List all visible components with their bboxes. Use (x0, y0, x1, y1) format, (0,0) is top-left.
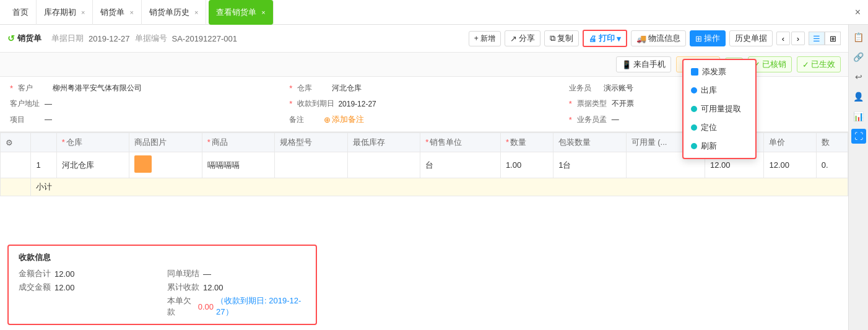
ticket-label: 票据类型 (577, 98, 608, 109)
sidebar-expand-icon[interactable]: ⛶ (851, 129, 866, 144)
address-field: 客户地址 — (10, 98, 279, 109)
no-label: 单据编号 (135, 33, 167, 44)
payment-due-value: 2019-12-27 (338, 100, 376, 108)
sidebar-return-icon[interactable]: ↩ (851, 69, 866, 84)
customer-required: * (10, 84, 13, 93)
payment-due-required: * (289, 99, 292, 108)
col-product: *商品 (202, 133, 275, 152)
share-icon: ↗ (510, 34, 517, 43)
tab-history-close[interactable]: × (194, 9, 198, 16)
add-invoice-icon (691, 68, 698, 76)
warehouse-label: 仓库 (297, 83, 328, 93)
tab-history-label: 销货单历史 (149, 7, 189, 18)
row-amount: 0. (816, 152, 848, 178)
doc-icon: ↺ (7, 33, 15, 43)
nav-arrows: ‹ › (776, 32, 805, 45)
add-invoice-label: 添发票 (702, 66, 726, 77)
transaction-value: 12.00 (54, 283, 75, 292)
tab-view-sales-label: 查看销货单 (216, 7, 256, 18)
customer-field: * 客户 柳州粤港平安气体有限公司 (10, 83, 279, 93)
col-pack-qty: 包装数量 (553, 133, 627, 152)
phone-icon: 📱 (622, 60, 631, 69)
add-note-icon: ⊕ (324, 115, 331, 124)
add-note-button[interactable]: ⊕ 添加备注 (324, 114, 364, 125)
row-qty: 1.00 (500, 152, 553, 178)
total-value: 12.00 (54, 269, 75, 279)
tab-sales[interactable]: 销货单 × (93, 0, 141, 25)
payment-info-grid: 金额合计 12.00 同单现结 — 成交金额 12.00 累计收款 12.00 (19, 268, 306, 318)
due-payment-value: 0.00 (198, 302, 214, 311)
total-amount-item: 金额合计 12.00 (19, 268, 157, 279)
due-payment-item: 本单欠款 0.00 （收款到期日: 2019-12-27） (167, 295, 306, 318)
col-unit: *销售单位 (420, 133, 501, 152)
copy-label: 复制 (557, 33, 573, 44)
tab-home[interactable]: 首页 (5, 0, 37, 25)
tab-inventory[interactable]: 库存期初 × (37, 0, 93, 25)
staff2-value: — (612, 115, 619, 124)
ship-out-item[interactable]: 出库 (684, 81, 755, 100)
from-phone-btn[interactable]: 📱 来自手机 (616, 56, 671, 72)
due-payment-label: 本单欠款 (167, 295, 196, 318)
print-button[interactable]: 🖨 打印 ▾ (583, 30, 627, 47)
tab-home-label: 首页 (12, 7, 28, 18)
project-field: 项目 — (10, 115, 279, 125)
address-label: 客户地址 (10, 98, 41, 109)
refresh-item[interactable]: 刷新 (684, 137, 755, 155)
prev-arrow[interactable]: ‹ (776, 32, 790, 45)
col-settings[interactable]: ⚙ (1, 133, 31, 152)
ship-out-label: 出库 (701, 85, 717, 96)
warehouse-field: * 仓库 河北仓库 (289, 83, 558, 93)
operate-icon: ⊞ (695, 34, 702, 43)
tab-view-sales[interactable]: 查看销货单 × (209, 0, 273, 25)
tab-sales-close[interactable]: × (129, 9, 133, 16)
col-min-stock: 最低库存 (347, 133, 420, 152)
share-label: 分享 (519, 33, 535, 44)
add-invoice-item[interactable]: 添发票 (684, 63, 755, 81)
staff-value: 演示账号 (604, 83, 633, 93)
col-unit-price: 单价 (764, 133, 816, 152)
next-arrow[interactable]: › (791, 32, 805, 45)
sidebar-user-icon[interactable]: 👤 (851, 89, 866, 104)
ship-out-icon (691, 87, 697, 93)
logistics-label: 物流信息 (648, 33, 680, 44)
tab-inventory-close[interactable]: × (81, 9, 85, 16)
sidebar-doc-icon[interactable]: 📋 (851, 30, 866, 45)
row-unit-price: 12.00 (764, 152, 816, 178)
refresh-icon (691, 143, 697, 149)
tab-bar: 首页 库存期初 × 销货单 × 销货单历史 × 查看销货单 × × (0, 0, 868, 25)
cumulative-item: 累计收款 12.00 (167, 282, 306, 293)
tab-history[interactable]: 销货单历史 × (142, 0, 206, 25)
doc-title: ↺ 销货单 (7, 33, 41, 44)
due-date-note: （收款到期日: 2019-12-27） (216, 295, 306, 318)
sidebar-chart-icon[interactable]: 📊 (851, 109, 866, 124)
new-button[interactable]: + 新增 (469, 31, 501, 46)
logistics-button[interactable]: 🚚 物流信息 (631, 30, 686, 46)
row-min-stock (347, 152, 420, 178)
sidebar-link-icon[interactable]: 🔗 (851, 50, 866, 64)
grid-view-btn[interactable]: ⊞ (825, 32, 841, 45)
tab-view-sales-close[interactable]: × (261, 9, 265, 16)
avail-extract-item[interactable]: 可用量提取 (684, 100, 755, 118)
settings-icon: ⚙ (6, 138, 13, 147)
subtotal-row: 小计 (1, 178, 848, 196)
history-button[interactable]: 历史单据 (729, 30, 773, 46)
tab-inventory-label: 库存期初 (44, 7, 76, 18)
locate-label: 定位 (701, 122, 717, 133)
share-button[interactable]: ↗ 分享 (505, 30, 540, 46)
operate-dropdown: 添发票 出库 可用量提取 定位 刷新 (682, 59, 757, 159)
effective-btn[interactable]: ✓ 已生效 (797, 56, 841, 72)
doc-meta: 单据日期 2019-12-27 单据编号 SA-20191227-001 (51, 33, 237, 44)
refresh-label: 刷新 (701, 141, 717, 152)
customer-value: 柳州粤港平安气体有限公司 (53, 83, 142, 93)
list-view-btn[interactable]: ☰ (809, 32, 825, 45)
doc-actions: + 新增 ↗ 分享 ⧉ 复制 🖨 打印 ▾ 🚚 (469, 30, 841, 47)
locate-item[interactable]: 定位 (684, 118, 755, 137)
same-order-value: — (203, 269, 211, 279)
note-label: 备注 (289, 115, 320, 125)
window-close-icon[interactable]: × (855, 7, 861, 18)
project-value: — (45, 115, 52, 124)
row-pack-qty: 1台 (553, 152, 627, 178)
copy-button[interactable]: ⧉ 复制 (544, 30, 579, 46)
col-spec: 规格型号 (275, 133, 348, 152)
operate-button[interactable]: ⊞ 操作 (690, 30, 726, 46)
